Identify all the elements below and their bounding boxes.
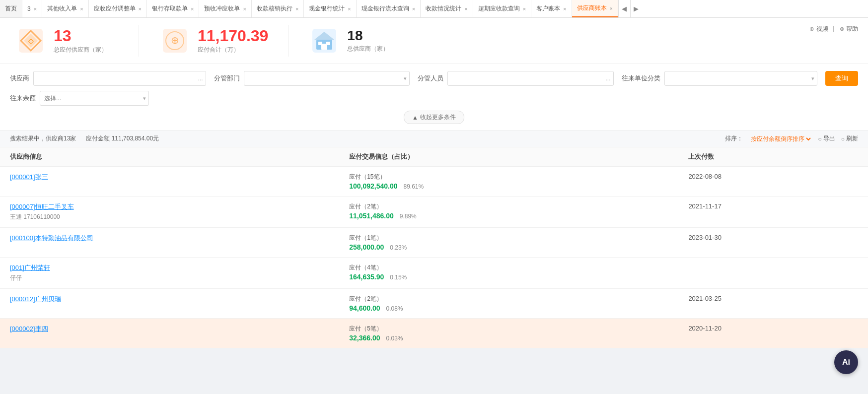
supplier-link[interactable]: [000002]李四 — [10, 325, 349, 333]
close-tab-cash-bank-stat[interactable]: × — [348, 6, 351, 12]
query-button[interactable]: 查询 — [825, 71, 858, 86]
nav-tab-cash-bank-stat[interactable]: 现金银行统计 × — [304, 0, 356, 17]
dept-field: 分管部门 ▾ — [214, 71, 410, 86]
trans-row: 32,366.00 0.03% — [349, 333, 688, 342]
supplier-link[interactable]: [000012]广州贝瑞 — [10, 295, 349, 304]
person-label: 分管人员 — [418, 74, 443, 83]
nav-tab-pre-ar[interactable]: 预收冲应收单 × — [199, 0, 251, 17]
close-tab-overdue-ar[interactable]: × — [523, 6, 526, 12]
trans-percent: 0.08% — [386, 305, 403, 312]
supplier-link[interactable]: [001]广州荣轩 — [10, 263, 349, 272]
trans-label: 应付（1笔） — [349, 234, 688, 242]
nav-tab-3[interactable]: 3 × — [22, 0, 42, 17]
refresh-button[interactable]: ○ 刷新 — [841, 134, 858, 143]
trans-row: 11,051,486.00 9.89% — [349, 211, 688, 220]
balance-field: 往来余额 ▾ — [10, 91, 149, 106]
supplier-info-cell: [000012]广州贝瑞 — [10, 295, 349, 305]
close-tab-other-income[interactable]: × — [80, 6, 83, 12]
sort-select[interactable]: 按应付余额倒序排序 — [749, 135, 812, 143]
supplier-link[interactable]: [000007]恒旺二手叉车 — [10, 202, 349, 211]
nav-tab-bank-deposit[interactable]: 银行存取款单 × — [147, 0, 199, 17]
close-tab-cash-bank-flow[interactable]: × — [412, 6, 415, 12]
close-tab-customer-ledger[interactable]: × — [563, 6, 566, 12]
nav-tab-receipt-verify[interactable]: 收款核销执行 × — [252, 0, 304, 17]
supplier-dots[interactable]: ... — [198, 75, 203, 82]
dept-label: 分管部门 — [214, 74, 240, 83]
supplier-field: 供应商 ... — [10, 71, 206, 86]
trans-info-cell: 应付（2笔） 94,600.00 0.08% — [349, 295, 688, 312]
nav-tab-ar-ap-adjust[interactable]: 应收应付调整单 × — [89, 0, 147, 17]
summary-area: ◇ 13 总应付供应商（家） ⊕ 11,170.39 应付合计（万） — [0, 18, 868, 64]
nav-tab-home[interactable]: 首页 — [0, 0, 22, 17]
card1-text: 13 总应付供应商（家） — [54, 28, 107, 54]
trans-info-cell: 应付（4笔） 164,635.90 0.15% — [349, 263, 688, 281]
nav-tab-other-income[interactable]: 其他收入单 × — [42, 0, 88, 17]
card1-number: 13 — [54, 28, 107, 44]
card2-text: 11,170.39 应付合计（万） — [198, 28, 268, 54]
results-bar: 搜索结果中，供应商13家 应付金额 111,703,854.00元 排序： 按应… — [0, 131, 868, 147]
results-amount: 应付金额 111,703,854.00元 — [86, 134, 159, 143]
last-pay-cell: 2021-11-17 — [688, 202, 858, 210]
collapse-button[interactable]: ▲ 收起更多条件 — [404, 111, 464, 124]
nav-tab-customer-ledger[interactable]: 客户账本 × — [531, 0, 572, 17]
export-button[interactable]: ○ 导出 — [818, 134, 835, 143]
top-navigation: 首页 3 × 其他收入单 × 应收应付调整单 × 银行存取款单 × 预收冲应收单… — [0, 0, 868, 18]
refresh-circle-icon: ○ — [841, 135, 845, 142]
supplier-input[interactable] — [33, 71, 206, 86]
supplier-info-cell: [000007]恒旺二手叉车 王通 17106110000 — [10, 202, 349, 221]
person-input[interactable] — [447, 71, 614, 86]
close-tab-3[interactable]: × — [34, 6, 37, 12]
supplier-link[interactable]: [000100]本特勤油品有限公司 — [10, 234, 349, 243]
supplier-info-cell: [000100]本特勤油品有限公司 — [10, 234, 349, 244]
person-dots[interactable]: ... — [605, 75, 610, 82]
trans-info-cell: 应付（1笔） 258,000.00 0.23% — [349, 234, 688, 251]
close-tab-receipt-verify[interactable]: × — [295, 6, 298, 12]
svg-rect-12 — [326, 42, 330, 45]
nav-scroll-right[interactable]: ▶ — [630, 0, 642, 17]
nav-tab-receipt-stat[interactable]: 收款情况统计 × — [421, 0, 473, 17]
nav-scroll-left[interactable]: ◀ — [618, 0, 630, 17]
close-tab-bank-deposit[interactable]: × — [191, 6, 194, 12]
top-right-links: ⊙ 视频 | ⊙ 帮助 — [809, 25, 858, 33]
dept-select[interactable] — [244, 71, 410, 86]
category-field: 往来单位分类 ▾ — [622, 71, 818, 86]
export-circle-icon: ○ — [818, 135, 822, 142]
trans-percent: 0.15% — [390, 274, 407, 281]
close-tab-supplier-ledger[interactable]: × — [610, 5, 613, 11]
search-area: 供应商 ... 分管部门 ▾ 分管人员 ... 往来单位分类 — [0, 64, 868, 131]
last-pay-cell: 2021-03-25 — [688, 295, 858, 302]
nav-tab-supplier-ledger[interactable]: 供应商账本 × — [572, 0, 618, 17]
refresh-label: 刷新 — [846, 134, 858, 143]
nav-tab-overdue-ar[interactable]: 超期应收款查询 × — [473, 0, 531, 17]
wheat-icon: ⊕ — [159, 25, 191, 57]
card3-label: 总供应商（家） — [347, 45, 389, 53]
supplier-info-cell: [000001]张三 — [10, 173, 349, 183]
trans-label: 应付（4笔） — [349, 263, 688, 272]
person-input-wrap: ... — [447, 71, 614, 86]
results-actions: 排序： 按应付余额倒序排序 ○ 导出 ○ 刷新 — [725, 134, 859, 143]
supplier-label: 供应商 — [10, 74, 29, 83]
balance-select[interactable] — [40, 91, 149, 106]
trans-amount: 258,000.00 — [349, 243, 384, 251]
close-tab-receipt-stat[interactable]: × — [464, 6, 467, 12]
last-pay-cell: 2022-08-08 — [688, 173, 858, 180]
close-tab-ar-ap-adjust[interactable]: × — [139, 6, 142, 12]
trans-info-cell: 应付（15笔） 100,092,540.00 89.61% — [349, 173, 688, 190]
svg-rect-11 — [318, 42, 322, 45]
svg-text:◇: ◇ — [28, 37, 34, 45]
card1-label: 总应付供应商（家） — [54, 46, 107, 54]
export-label: 导出 — [823, 134, 835, 143]
diamond-icon: ◇ — [15, 25, 47, 57]
supplier-info-cell: [000002]李四 — [10, 325, 349, 335]
help-link[interactable]: ⊙ 帮助 — [840, 25, 858, 33]
card3-text: 18 总供应商（家） — [347, 29, 389, 53]
trans-row: 258,000.00 0.23% — [349, 242, 688, 251]
nav-tab-cash-bank-flow[interactable]: 现金银行流水查询 × — [357, 0, 421, 17]
balance-label: 往来余额 — [10, 94, 36, 103]
results-count: 搜索结果中，供应商13家 — [10, 134, 76, 143]
close-tab-pre-ar[interactable]: × — [243, 6, 246, 12]
video-link[interactable]: ⊙ 视频 — [809, 25, 828, 33]
trans-percent: 0.23% — [390, 244, 407, 251]
category-select[interactable] — [664, 71, 818, 86]
supplier-link[interactable]: [000001]张三 — [10, 173, 349, 182]
